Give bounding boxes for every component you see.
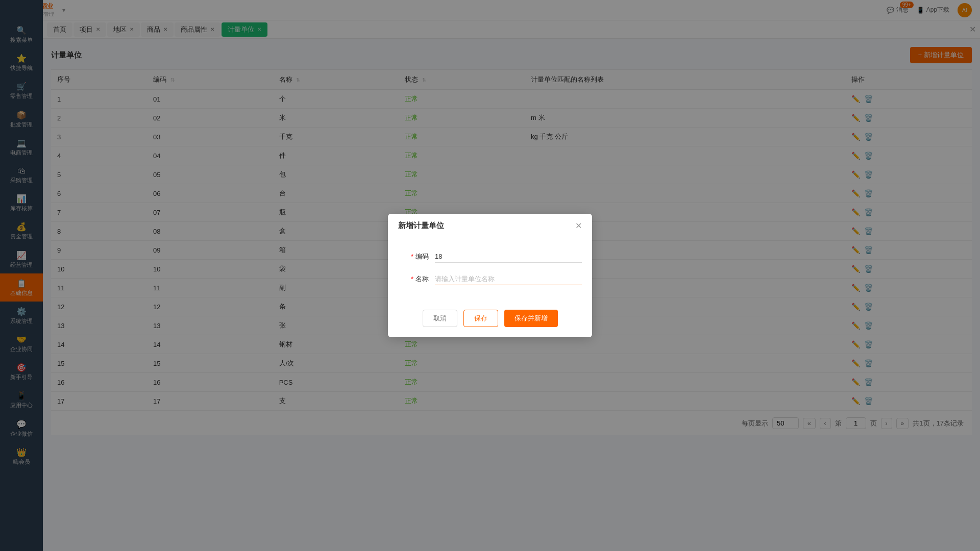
required-star: *: [411, 253, 413, 260]
modal-title: 新增计量单位: [398, 221, 444, 231]
code-field-row: *编码: [398, 251, 582, 263]
modal-header: 新增计量单位 ✕: [388, 214, 592, 238]
required-star-name: *: [411, 275, 413, 283]
modal-box: 新增计量单位 ✕ *编码 *名称 取消 保存 保存并新增: [388, 214, 592, 337]
modal-footer: 取消 保存 保存并新增: [388, 304, 592, 337]
code-input[interactable]: [435, 251, 582, 263]
modal-close-button[interactable]: ✕: [575, 221, 582, 231]
save-button[interactable]: 保存: [463, 310, 498, 327]
save-new-button[interactable]: 保存并新增: [504, 310, 558, 327]
name-field-row: *名称: [398, 273, 582, 285]
modal-overlay: 新增计量单位 ✕ *编码 *名称 取消 保存 保存并新增: [0, 0, 980, 551]
name-input[interactable]: [435, 273, 582, 285]
code-label: *编码: [398, 252, 429, 261]
modal-body: *编码 *名称: [388, 238, 592, 304]
cancel-button[interactable]: 取消: [423, 310, 457, 327]
name-label: *名称: [398, 274, 429, 284]
